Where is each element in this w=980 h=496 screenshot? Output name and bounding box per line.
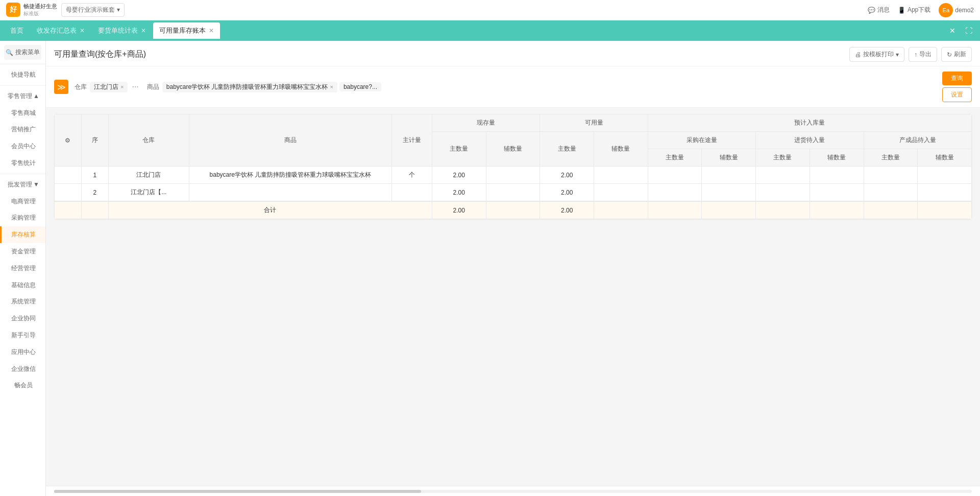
query-btn[interactable]: 查询 [942,72,972,85]
sidebar-item-enterprise[interactable]: 企业协同 [0,310,45,327]
col-pur-transit-main-header: 主数量 [648,149,702,167]
row2-inbound-main [756,184,810,202]
sidebar-item-purchase[interactable]: 采购管理 [0,209,45,226]
print-label: 按模板打印 [863,50,894,59]
sidebar-item-app-center[interactable]: 应用中心 [0,344,45,361]
sidebar-item-sys-mgmt[interactable]: 系统管理 [0,293,45,310]
mobile-icon: 📱 [898,7,905,14]
footer-stock-main: 2.00 [432,201,486,219]
col-avail-main-header: 主数量 [540,132,594,167]
tab-maximize-btn[interactable]: ⛶ [962,23,976,38]
col-available-header: 可用量 [540,114,648,132]
sidebar-item-retail-mgmt-label: 零售管理 [8,92,32,101]
col-settings-icon[interactable]: ⚙ [55,114,82,167]
sidebar-item-retail-stats[interactable]: 零售统计 [0,155,45,172]
filter-toggle-btn[interactable]: ≫ [54,80,68,94]
sidebar-item-new-guide[interactable]: 新手引导 [0,327,45,344]
sidebar-item-marketing[interactable]: 营销推广 [0,121,45,138]
refresh-label: 刷新 [954,50,966,59]
sidebar-item-operation[interactable]: 经营管理 [0,260,45,277]
warehouse-filter-group: 仓库 江北门店 × ··· [75,82,141,92]
content-area: 可用量查询(按仓库+商品) 🖨 按模板打印 ▾ ↑ 导出 ↻ 刷新 [46,41,980,496]
col-product-header: 商品 [189,114,391,167]
sidebar-item-app-center-label: 应用中心 [11,348,36,356]
app-download-btn[interactable]: 📱 App下载 [898,6,930,14]
footer-finished-aux [918,201,972,219]
tab-home-label: 首页 [10,26,23,35]
warehouse-tag-close[interactable]: × [120,84,124,90]
sidebar-item-enterprise-wechat-label: 企业微信 [11,365,36,372]
export-btn[interactable]: ↑ 导出 [909,47,937,62]
sidebar-item-member[interactable]: 会员中心 [0,138,45,155]
row1-finished-main [864,167,918,184]
scrollbar-track[interactable] [54,490,972,493]
row2-pur-transit-main [648,184,702,202]
row1-warehouse: 江北门店 [108,167,189,184]
scrollbar-thumb[interactable] [54,490,421,493]
sidebar-item-finance[interactable]: 资金管理 [0,243,45,260]
sidebar-item-vip[interactable]: 畅会员 [0,377,45,394]
sidebar-item-retail-mall-label: 零售商城 [11,109,36,116]
row1-avail-main: 2.00 [540,167,594,184]
user-menu[interactable]: Ea demo2 [939,3,974,17]
product-tag-2-text: babycare?... [344,83,377,90]
industry-selector[interactable]: 母婴行业演示账套 ▾ [61,3,125,17]
row2-avail-aux [594,184,648,202]
sidebar-item-enterprise-wechat[interactable]: 企业微信 [0,361,45,377]
sidebar-item-finance-label: 资金管理 [11,248,36,255]
col-finished-aux-header: 辅数量 [918,149,972,167]
sidebar-item-retail-mall[interactable]: 零售商城 [0,105,45,122]
footer-stock-aux [486,201,540,219]
tab-close-all-btn[interactable]: ✕ [945,23,960,38]
search-menu-btn[interactable]: 🔍 搜索菜单 [4,45,41,60]
page-header: 可用量查询(按仓库+商品) 🖨 按模板打印 ▾ ↑ 导出 ↻ 刷新 [46,41,980,66]
footer-inbound-main [756,201,810,219]
sidebar-item-member-label: 会员中心 [11,143,36,150]
footer-avail-main: 2.00 [540,201,594,219]
message-btn[interactable]: 💬 消息 [868,6,890,14]
tab-order-stat[interactable]: 要货单统计表 ✕ [92,22,152,39]
col-pur-transit-header: 采购在途量 [648,132,755,149]
tab-inventory-close[interactable]: ✕ [209,28,214,34]
export-icon: ↑ [914,51,917,58]
logo-area: 好 畅捷通好生意 标准版 [6,3,57,17]
tab-collect[interactable]: 收发存汇总表 ✕ [31,22,91,39]
sidebar-item-sys-mgmt-label: 系统管理 [11,298,36,305]
row2-main-unit [391,184,432,202]
row1-pur-transit-main [648,167,702,184]
col-finished-main-header: 主数量 [864,149,918,167]
sidebar-item-wholesale[interactable]: 批发管理 ▼ [0,176,45,193]
print-btn[interactable]: 🖨 按模板打印 ▾ [849,47,904,62]
sidebar-item-basic-info[interactable]: 基础信息 [0,277,45,294]
sidebar-item-basic-info-label: 基础信息 [11,281,36,289]
row2-inbound-aux [810,184,864,202]
tab-home[interactable]: 首页 [4,22,30,39]
product-tag-2: babycare?... [339,82,381,91]
footer-pur-transit-main [648,201,702,219]
sidebar-item-inventory-check[interactable]: 库存核算 [0,226,45,243]
col-current-stock-header: 现存量 [432,114,540,132]
row1-inbound-main [756,167,810,184]
product-tags: babycare学饮杯 儿童防摔防撞吸管杯重力球吸嘴杯宝宝水杯 × babyca… [162,82,381,92]
product-tag-1-close[interactable]: × [330,84,333,90]
row1-no: 1 [81,167,108,184]
row1-pur-transit-aux [702,167,756,184]
main-layout: 🔍 搜索菜单 快捷导航 零售管理 ▲ 零售商城 营销推广 会员中心 零售统计 [0,41,980,496]
footer-label: 合计 [108,201,432,219]
sidebar-item-ecommerce[interactable]: 电商管理 [0,193,45,210]
tab-inventory[interactable]: 可用量库存账本 ✕ [153,22,220,39]
tab-order-stat-close[interactable]: ✕ [141,28,146,34]
warehouse-more-btn[interactable]: ··· [130,82,140,91]
row1-inbound-aux [810,167,864,184]
refresh-btn[interactable]: ↻ 刷新 [941,47,972,62]
footer-pur-transit-aux [702,201,756,219]
footer-empty-1 [55,201,82,219]
top-bar: 好 畅捷通好生意 标准版 母婴行业演示账套 ▾ 💬 消息 📱 App下载 Ea … [0,0,980,20]
top-bar-right: 💬 消息 📱 App下载 Ea demo2 [868,3,974,17]
sidebar-item-enterprise-label: 企业协同 [11,315,36,322]
tab-order-stat-label: 要货单统计表 [98,26,138,35]
filter-settings-btn[interactable]: 设置 [942,87,972,102]
row1-empty [55,167,82,184]
tab-collect-close[interactable]: ✕ [80,28,85,34]
sidebar-item-retail-mgmt[interactable]: 零售管理 ▲ [0,88,45,105]
